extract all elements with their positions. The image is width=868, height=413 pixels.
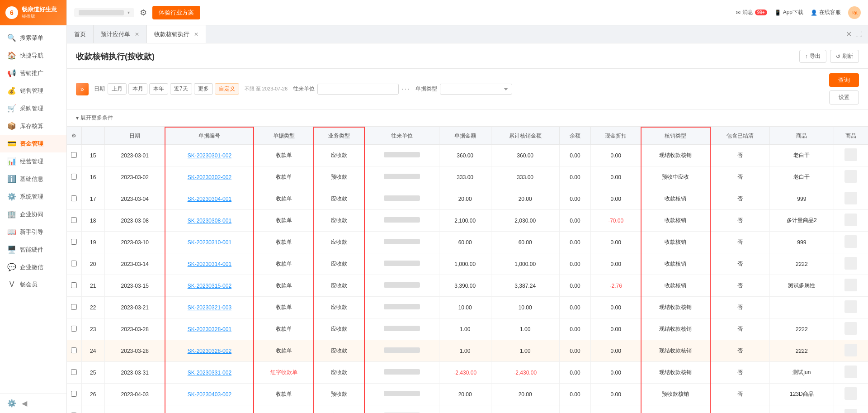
doc-no-link[interactable]: SK-20230321-003 bbox=[188, 304, 231, 311]
tab-home[interactable]: 首页 bbox=[67, 25, 94, 43]
messages-button[interactable]: ✉ 消息 99+ bbox=[736, 9, 767, 16]
sidebar-item-finance[interactable]: 💳 资金管理 bbox=[0, 135, 66, 152]
sidebar-item-operations[interactable]: 📊 经营管理 bbox=[0, 152, 66, 170]
table-row: 18 2023-03-08 SK-20230308-001 收款单 应收款 2,… bbox=[67, 210, 868, 232]
sidebar-item-purchase[interactable]: 🛒 采购管理 bbox=[0, 100, 66, 117]
settings-bottom-icon[interactable]: ⚙️ bbox=[7, 399, 16, 408]
td-verify-amount: 10.00 bbox=[491, 297, 559, 318]
sidebar-item-system[interactable]: ⚙️ 系统管理 bbox=[0, 188, 66, 205]
sidebar-item-smart-hw[interactable]: 🖥️ 智能硬件 bbox=[0, 241, 66, 258]
app-download-button[interactable]: 📱 App下载 bbox=[774, 9, 803, 16]
this-year-btn[interactable]: 本年 bbox=[149, 83, 168, 95]
doc-no-link[interactable]: SK-20230403-002 bbox=[188, 391, 231, 398]
doc-no-link[interactable]: SK-20230308-001 bbox=[188, 218, 231, 224]
sidebar-item-basic-info[interactable]: ℹ️ 基础信息 bbox=[0, 170, 66, 188]
enterprise-icon: 🏢 bbox=[7, 210, 16, 218]
more-date-btn[interactable]: 更多 bbox=[194, 83, 213, 95]
th-unit: 往来单位 bbox=[364, 127, 439, 145]
export-button[interactable]: ↑ 导出 bbox=[799, 50, 826, 63]
doc-no-link[interactable]: SK-20230328-002 bbox=[188, 348, 231, 354]
tab-pre-payment-close-icon[interactable]: ✕ bbox=[135, 31, 139, 38]
operations-icon: 📊 bbox=[7, 157, 16, 166]
td-doc-no: SK-20230408-001 bbox=[165, 405, 254, 413]
td-doc-type: 红字收款单 bbox=[254, 362, 313, 384]
td-product: 2222 bbox=[769, 318, 834, 340]
online-service-button[interactable]: 👤 在线客服 bbox=[811, 9, 841, 16]
td-include-settled: 否 bbox=[710, 405, 770, 413]
tabs-bar: 首页 预计应付单 ✕ 收款核销执行 ✕ ✕ ⛶ bbox=[67, 25, 868, 43]
td-checkbox[interactable] bbox=[67, 210, 81, 232]
sidebar-item-inventory[interactable]: 📦 库存核算 bbox=[0, 117, 66, 135]
td-biz-type: 应收款 bbox=[314, 405, 364, 413]
custom-date-btn[interactable]: 自定义 bbox=[215, 83, 239, 95]
td-checkbox[interactable] bbox=[67, 145, 81, 166]
query-button[interactable]: 查询 bbox=[829, 73, 859, 87]
td-checkbox[interactable] bbox=[67, 275, 81, 297]
doc-no-link[interactable]: SK-20230328-001 bbox=[188, 326, 231, 332]
sidebar-label-smart-hw: 智能硬件 bbox=[20, 246, 43, 254]
td-checkbox[interactable] bbox=[67, 297, 81, 318]
system-icon: ⚙️ bbox=[7, 192, 16, 201]
doc-no-link[interactable]: SK-20230302-002 bbox=[188, 174, 231, 180]
table-row: 15 2023-03-01 SK-20230301-002 收款单 应收款 36… bbox=[67, 145, 868, 166]
sidebar-item-guide[interactable]: 📖 新手引导 bbox=[0, 223, 66, 241]
td-checkbox[interactable] bbox=[67, 232, 81, 253]
this-month-btn[interactable]: 本月 bbox=[128, 83, 147, 95]
td-balance: 0.00 bbox=[559, 145, 591, 166]
last-7days-btn[interactable]: 近7天 bbox=[170, 83, 192, 95]
sidebar-item-enterprise[interactable]: 🏢 企业协同 bbox=[0, 205, 66, 223]
sidebar-item-wechat[interactable]: 💬 企业微信 bbox=[0, 258, 66, 276]
td-verify-amount: 1.00 bbox=[491, 340, 559, 362]
td-checkbox[interactable] bbox=[67, 253, 81, 275]
collapse-icon[interactable]: ◀ bbox=[22, 399, 27, 408]
setting-button[interactable]: 设置 bbox=[829, 90, 859, 104]
tab-receipt-verify[interactable]: 收款核销执行 ✕ bbox=[147, 25, 206, 43]
receipt-type-select[interactable] bbox=[440, 84, 512, 95]
tab-pre-payment[interactable]: 预计应付单 ✕ bbox=[94, 25, 147, 43]
doc-no-link[interactable]: SK-20230301-002 bbox=[188, 152, 231, 159]
td-doc-no: SK-20230328-001 bbox=[165, 318, 254, 340]
sidebar-item-marketing[interactable]: 📢 营销推广 bbox=[0, 64, 66, 82]
gear-icon[interactable]: ⚙ bbox=[140, 8, 147, 18]
td-checkbox[interactable] bbox=[67, 318, 81, 340]
receipt-type-filter-group: 单据类型 bbox=[415, 84, 512, 95]
doc-no-link[interactable]: SK-20230310-001 bbox=[188, 239, 231, 246]
message-icon: ✉ bbox=[736, 9, 741, 16]
doc-no-link[interactable]: SK-20230331-002 bbox=[188, 370, 231, 376]
sidebar-item-quick-nav[interactable]: 🏠 快捷导航 bbox=[0, 47, 66, 64]
table-row: 24 2023-03-28 SK-20230328-002 收款单 应收款 1.… bbox=[67, 340, 868, 362]
workspace-selector[interactable]: ▾ bbox=[74, 8, 134, 17]
table-row: 20 2023-03-14 SK-20230314-001 收款单 应收款 1,… bbox=[67, 253, 868, 275]
td-product bbox=[769, 297, 834, 318]
td-checkbox[interactable] bbox=[67, 166, 81, 188]
sidebar-item-member[interactable]: V 畅会员 bbox=[0, 276, 66, 293]
sidebar-item-search[interactable]: 🔍 搜索菜单 bbox=[0, 29, 66, 47]
tab-receipt-verify-close-icon[interactable]: ✕ bbox=[194, 31, 198, 38]
th-verify-type: 核销类型 bbox=[641, 127, 710, 145]
doc-no-link[interactable]: SK-20230314-001 bbox=[188, 261, 231, 267]
filter-toggle-button[interactable]: » bbox=[76, 83, 89, 95]
tab-close-all-icon[interactable]: ✕ bbox=[846, 30, 852, 38]
avatar[interactable]: Rit bbox=[848, 6, 861, 19]
th-settings[interactable]: ⚙ bbox=[67, 127, 81, 145]
td-checkbox[interactable] bbox=[67, 188, 81, 210]
td-checkbox[interactable] bbox=[67, 405, 81, 413]
td-product: 2222 bbox=[769, 253, 834, 275]
refresh-button[interactable]: ↺ 刷新 bbox=[830, 50, 859, 63]
td-verify-type: 收款核销 bbox=[641, 232, 710, 253]
td-checkbox[interactable] bbox=[67, 362, 81, 384]
solution-button[interactable]: 体验行业方案 bbox=[152, 6, 200, 19]
tab-maximize-icon[interactable]: ⛶ bbox=[855, 30, 863, 38]
last-month-btn[interactable]: 上月 bbox=[108, 83, 127, 95]
sidebar-item-sales[interactable]: 💰 销售管理 bbox=[0, 82, 66, 100]
td-checkbox[interactable] bbox=[67, 384, 81, 405]
member-icon: V bbox=[7, 280, 16, 289]
td-checkbox[interactable] bbox=[67, 340, 81, 362]
doc-no-link[interactable]: SK-20230315-002 bbox=[188, 283, 231, 289]
unit-filter-input[interactable] bbox=[317, 84, 399, 95]
td-include-settled: 否 bbox=[710, 318, 770, 340]
doc-no-link[interactable]: SK-20230304-001 bbox=[188, 196, 231, 202]
td-product-img bbox=[834, 232, 868, 253]
td-product-img bbox=[834, 405, 868, 413]
expand-more-button[interactable]: ▾ 展开更多条件 bbox=[76, 111, 113, 124]
